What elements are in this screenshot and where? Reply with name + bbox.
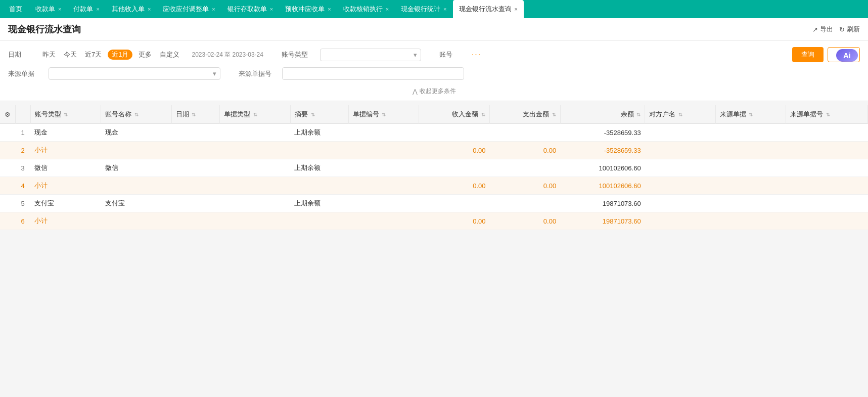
cell-doc_no xyxy=(348,195,419,212)
nav-tab-close-icon[interactable]: × xyxy=(328,6,331,12)
date-range: 2023-02-24 至 2023-03-24 xyxy=(192,51,263,59)
ai-badge[interactable]: Ai xyxy=(836,49,858,62)
col-source-doc-no: 来源单据号 ⇅ xyxy=(786,105,868,124)
nav-tab-收款单[interactable]: 收款单× xyxy=(29,0,67,18)
date-shortcut-自定义[interactable]: 自定义 xyxy=(158,50,181,60)
nav-tab-close-icon[interactable]: × xyxy=(270,6,273,12)
refresh-button[interactable]: ↻ 刷新 xyxy=(839,25,860,34)
cell-num: 4 xyxy=(15,177,30,195)
cell-doc_no xyxy=(348,212,419,230)
account-type-select[interactable]: 现金 微信 支付宝 xyxy=(320,49,421,61)
collapse-bar[interactable]: ⋀ 收起更多条件 xyxy=(8,85,860,97)
nav-tab-收款核销执行[interactable]: 收款核销执行× xyxy=(337,0,395,18)
col-doc-no: 单据编号 ⇅ xyxy=(348,105,419,124)
date-shortcut-近1月[interactable]: 近1月 xyxy=(108,50,132,60)
cell-gear xyxy=(0,142,15,159)
cell-source_doc_no xyxy=(786,124,868,142)
nav-tab-close-icon[interactable]: × xyxy=(58,6,61,12)
cell-doc_type xyxy=(220,177,291,195)
cell-summary xyxy=(290,142,348,159)
cell-account_name: 现金 xyxy=(101,124,172,142)
table-row: 3微信微信上期余额100102606.60 xyxy=(0,159,868,177)
cell-balance: 100102606.60 xyxy=(560,177,645,195)
date-label: 日期 xyxy=(8,50,32,59)
cell-counterpart xyxy=(645,212,716,230)
nav-tab-付款单[interactable]: 付款单× xyxy=(67,0,105,18)
account-type-label: 账号类型 xyxy=(282,50,312,59)
cell-expense xyxy=(490,159,561,177)
col-doc-type: 单据类型 ⇅ xyxy=(220,105,291,124)
cell-gear xyxy=(0,159,15,177)
cell-income: 0.00 xyxy=(419,177,490,195)
cell-expense: 0.00 xyxy=(490,212,561,230)
nav-tab-应收应付调整单[interactable]: 应收应付调整单× xyxy=(157,0,221,18)
col-income: 收入金额 ⇅ xyxy=(419,105,490,124)
nav-tab-现金银行统计[interactable]: 现金银行统计× xyxy=(395,0,452,18)
collapse-icon: ⋀ xyxy=(413,88,418,95)
col-source-doc: 来源单据 ⇅ xyxy=(715,105,786,124)
nav-tab-close-icon[interactable]: × xyxy=(148,6,151,12)
cell-summary: 上期余额 xyxy=(290,195,348,212)
cell-summary xyxy=(290,177,348,195)
cell-account_type: 小计 xyxy=(30,212,101,230)
query-button[interactable]: 查询 xyxy=(792,47,824,62)
col-expense: 支出金额 ⇅ xyxy=(490,105,561,124)
col-summary: 摘要 ⇅ xyxy=(290,105,348,124)
source-doc-select[interactable] xyxy=(49,67,220,80)
nav-tab-预收冲应收单[interactable]: 预收冲应收单× xyxy=(279,0,337,18)
nav-tab-label: 付款单 xyxy=(73,5,93,14)
cell-gear xyxy=(0,124,15,142)
table-row: 6小计0.000.0019871073.60 xyxy=(0,212,868,230)
nav-tab-label: 现金银行流水查询 xyxy=(459,5,512,14)
source-doc-no-input[interactable] xyxy=(282,67,464,80)
source-doc-select-wrapper: ▾ xyxy=(49,67,220,80)
data-table: ⚙ 账号类型 ⇅ 账号名称 ⇅ 日期 ⇅ 单据类型 ⇅ 摘要 ⇅ 单据编号 ⇅ … xyxy=(0,105,868,230)
nav-tab-银行存取款单[interactable]: 银行存取款单× xyxy=(221,0,279,18)
source-doc-no-label: 来源单据号 xyxy=(239,69,274,78)
cell-doc_no xyxy=(348,177,419,195)
account-type-select-wrapper: 现金 微信 支付宝 ▾ xyxy=(320,49,421,61)
date-shortcut-近7天[interactable]: 近7天 xyxy=(83,50,104,60)
cell-income: 0.00 xyxy=(419,212,490,230)
nav-tab-label: 其他收入单 xyxy=(112,5,145,14)
col-balance: 余额 ⇅ xyxy=(560,105,645,124)
nav-tab-label: 收款单 xyxy=(35,5,55,14)
nav-home[interactable]: 首页 xyxy=(2,5,29,14)
date-shortcuts: 昨天今天近7天近1月更多自定义 xyxy=(40,50,181,60)
top-nav: 首页 收款单×付款单×其他收入单×应收应付调整单×银行存取款单×预收冲应收单×收… xyxy=(0,0,868,18)
export-button[interactable]: ↗ 导出 xyxy=(812,25,833,34)
cell-account_type: 现金 xyxy=(30,124,101,142)
cell-expense xyxy=(490,124,561,142)
date-shortcut-昨天[interactable]: 昨天 xyxy=(40,50,58,60)
nav-tab-close-icon[interactable]: × xyxy=(212,6,215,12)
cell-account_type: 微信 xyxy=(30,159,101,177)
nav-tab-close-icon[interactable]: × xyxy=(386,6,389,12)
date-shortcut-今天[interactable]: 今天 xyxy=(62,50,79,60)
cell-expense xyxy=(490,195,561,212)
cell-date xyxy=(171,212,220,230)
nav-tab-其他收入单[interactable]: 其他收入单× xyxy=(106,0,157,18)
cell-income xyxy=(419,195,490,212)
cell-account_type: 支付宝 xyxy=(30,195,101,212)
gear-icon[interactable]: ⚙ xyxy=(5,111,11,118)
cell-source_doc_no xyxy=(786,159,868,177)
cell-expense: 0.00 xyxy=(490,177,561,195)
cell-counterpart xyxy=(645,195,716,212)
cell-summary: 上期余额 xyxy=(290,159,348,177)
nav-tab-现金银行流水查询[interactable]: 现金银行流水查询× xyxy=(453,0,524,18)
col-num xyxy=(15,105,30,124)
nav-tab-label: 银行存取款单 xyxy=(227,5,267,14)
cell-source_doc xyxy=(715,124,786,142)
cell-date xyxy=(171,124,220,142)
nav-tab-close-icon[interactable]: × xyxy=(443,6,446,12)
page-title: 现金银行流水查询 xyxy=(8,23,81,35)
cell-num: 6 xyxy=(15,212,30,230)
filter-row-1: 日期 昨天今天近7天近1月更多自定义 2023-02-24 至 2023-03-… xyxy=(8,47,860,62)
nav-tab-close-icon[interactable]: × xyxy=(515,6,518,12)
account-dots-button[interactable]: ··· xyxy=(472,50,481,59)
cell-num: 5 xyxy=(15,195,30,212)
date-shortcut-更多[interactable]: 更多 xyxy=(136,50,154,60)
table-body: 1现金现金上期余额-3528659.332小计0.000.00-3528659.… xyxy=(0,124,868,230)
nav-tab-close-icon[interactable]: × xyxy=(96,6,99,12)
cell-date xyxy=(171,159,220,177)
